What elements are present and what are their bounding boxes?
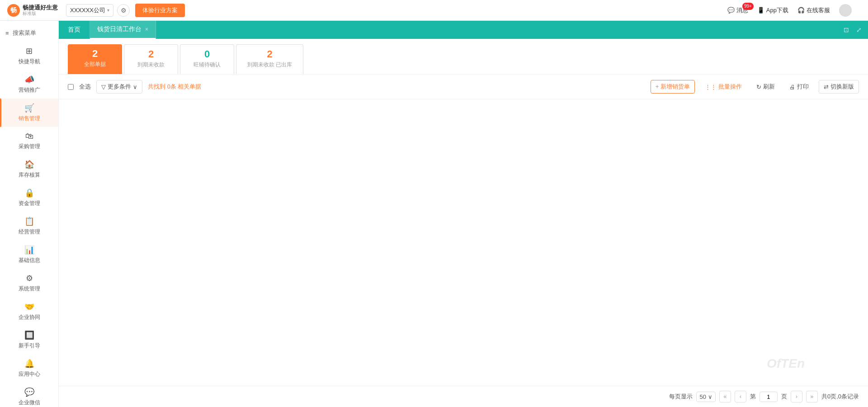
print-button[interactable]: 🖨 打印	[785, 80, 813, 93]
switch-label: 切换新版	[830, 83, 854, 91]
company-selector[interactable]: XXXXXX公司 ▾	[66, 4, 113, 17]
sidebar-item-apps[interactable]: 🔔 应用中心	[0, 354, 58, 383]
settings-button[interactable]: ⚙	[117, 4, 130, 17]
found-text: 共找到 0条 相关单据	[148, 83, 201, 91]
app-download-button[interactable]: 📱 App下载	[757, 6, 788, 14]
logo-text: 畅捷通好生意 标准版	[23, 5, 58, 16]
sidebar-item-label: 企业协同	[19, 313, 40, 321]
batch-operation-button[interactable]: ⋮⋮ 批量操作	[700, 80, 746, 93]
main-content: 首页 钱货日清工作台 × ⊡ ⤢ 2 全部单据 2	[59, 21, 868, 407]
sidebar-item-purchase[interactable]: 🛍 采购管理	[0, 127, 58, 155]
sidebar-item-enterprise[interactable]: 🤝 企业协同	[0, 297, 58, 326]
trial-button[interactable]: 体验行业方案	[135, 4, 185, 17]
sidebar-item-label: 营销推广	[19, 86, 40, 94]
stats-label-overdue-unpaid: 到期未收款	[137, 61, 165, 69]
sidebar-item-quick-nav[interactable]: ⊞ 快捷导航	[0, 42, 58, 70]
sidebar-item-system[interactable]: ⚙ 系统管理	[0, 269, 58, 297]
logo-sub: 标准版	[23, 11, 58, 16]
per-page-select[interactable]: 50 ∨	[696, 392, 715, 402]
page-prefix: 第	[750, 393, 756, 401]
content-area: 2 全部单据 2 到期未收款 0 旺辅待确认 2 到期未收款 已出库	[59, 39, 868, 407]
message-icon: 💬	[727, 7, 735, 14]
stats-num-overdue-unstocked: 2	[267, 48, 273, 60]
message-badge: 99+	[742, 3, 754, 10]
sidebar-item-operation[interactable]: 📋 经营管理	[0, 212, 58, 240]
tab-maximize-icon[interactable]: ⤢	[854, 24, 864, 35]
filter-button[interactable]: ▽ 更多条件 ∨	[96, 80, 142, 94]
refresh-icon: ↻	[756, 84, 761, 90]
found-prefix: 共找到	[148, 83, 165, 90]
stats-num-overdue-unpaid: 2	[148, 48, 154, 60]
sidebar-item-marketing[interactable]: 📣 营销推广	[0, 70, 58, 98]
switch-version-button[interactable]: ⇄ 切换新版	[819, 80, 859, 94]
tab-close-icon[interactable]: ×	[145, 26, 148, 33]
switch-icon: ⇄	[824, 84, 829, 90]
logo-main: 畅捷通好生意	[23, 5, 58, 11]
sales-icon: 🛒	[24, 103, 34, 113]
sidebar-search[interactable]: ≡ 搜索菜单	[0, 24, 58, 42]
tab-restore-icon[interactable]: ⊡	[841, 24, 852, 35]
print-icon: 🖨	[789, 84, 795, 90]
select-all-label[interactable]: 全选	[79, 83, 91, 91]
app-download-label: App下载	[766, 6, 788, 14]
sidebar-item-sales[interactable]: 🛒 销售管理	[0, 98, 58, 127]
stats-tab-overdue-unpaid[interactable]: 2 到期未收款	[124, 44, 178, 74]
sidebar-item-inventory[interactable]: 🏠 库存核算	[0, 155, 58, 183]
pagination: 每页显示 50 ∨ « ‹ 第 页 › » 共0页,0条记录	[59, 386, 868, 407]
table-area	[59, 99, 868, 386]
company-chevron-icon: ▾	[107, 8, 109, 13]
apps-icon: 🔔	[24, 359, 34, 369]
online-service-icon: 🎧	[797, 7, 805, 14]
purchase-icon: 🛍	[25, 131, 33, 141]
next-page-button[interactable]: ›	[791, 391, 802, 402]
tab-active-label: 钱货日清工作台	[97, 25, 142, 33]
app-download-icon: 📱	[757, 7, 764, 14]
refresh-button[interactable]: ↻ 刷新	[752, 80, 779, 93]
filter-icon: ▽	[101, 84, 106, 90]
page-suffix: 页	[781, 393, 787, 401]
per-page-value: 50	[699, 393, 706, 400]
stats-tab-all[interactable]: 2 全部单据	[68, 44, 122, 74]
logo-icon: 畅	[7, 4, 20, 17]
select-all-checkbox[interactable]	[68, 84, 74, 90]
sidebar-item-guide[interactable]: 🔲 新手引导	[0, 326, 58, 354]
online-service-button[interactable]: 🎧 在线客服	[797, 6, 830, 14]
sidebar-item-label: 采购管理	[19, 143, 40, 150]
found-related: 相关单据	[178, 83, 201, 90]
sidebar-item-label: 销售管理	[19, 115, 40, 122]
search-label: 搜索菜单	[13, 29, 36, 37]
avatar[interactable]	[839, 4, 852, 17]
stats-label-wangwang: 旺辅待确认	[193, 61, 221, 69]
operation-icon: 📋	[24, 216, 34, 226]
settings-icon: ⚙	[121, 7, 127, 14]
page-input[interactable]	[760, 392, 778, 402]
sidebar-item-label: 基础信息	[19, 257, 40, 264]
finance-icon: 🔒	[24, 188, 34, 198]
stats-num-wangwang: 0	[204, 48, 210, 60]
tab-active[interactable]: 钱货日清工作台 ×	[90, 21, 156, 39]
last-page-button[interactable]: »	[806, 391, 818, 402]
sidebar-item-finance[interactable]: 🔒 资金管理	[0, 183, 58, 212]
found-count: 0条	[167, 83, 176, 90]
topbar-right: 💬 消息 99+ 📱 App下载 🎧 在线客服	[727, 4, 861, 17]
filter-chevron-icon: ∨	[133, 84, 137, 90]
layout: ≡ 搜索菜单 ⊞ 快捷导航 📣 营销推广 🛒 销售管理 🛍 采购管理 🏠 库存核…	[0, 21, 868, 407]
wechat-icon: 💬	[24, 387, 34, 397]
sidebar-item-wechat[interactable]: 💬 企业微信	[0, 383, 58, 407]
stats-tab-wangwang[interactable]: 0 旺辅待确认	[180, 44, 234, 74]
stats-tab-overdue-unstocked[interactable]: 2 到期未收款 已出库	[236, 44, 303, 74]
per-page-chevron-icon: ∨	[708, 393, 712, 400]
stats-num-all: 2	[92, 48, 98, 60]
search-icon: ≡	[5, 30, 9, 37]
first-page-button[interactable]: «	[719, 391, 731, 402]
batch-label: 批量操作	[718, 83, 742, 91]
prev-page-button[interactable]: ‹	[735, 391, 746, 402]
stats-label-overdue-unstocked: 到期未收款 已出库	[247, 61, 292, 69]
total-label: 共0页,0条记录	[821, 393, 859, 401]
tab-home[interactable]: 首页	[59, 21, 90, 39]
message-button[interactable]: 💬 消息 99+	[727, 6, 748, 14]
print-label: 打印	[797, 83, 809, 91]
add-order-button[interactable]: + 新增销货单	[651, 80, 695, 94]
stats-tabs: 2 全部单据 2 到期未收款 0 旺辅待确认 2 到期未收款 已出库	[59, 39, 868, 75]
sidebar-item-base-info[interactable]: 📊 基础信息	[0, 240, 58, 269]
